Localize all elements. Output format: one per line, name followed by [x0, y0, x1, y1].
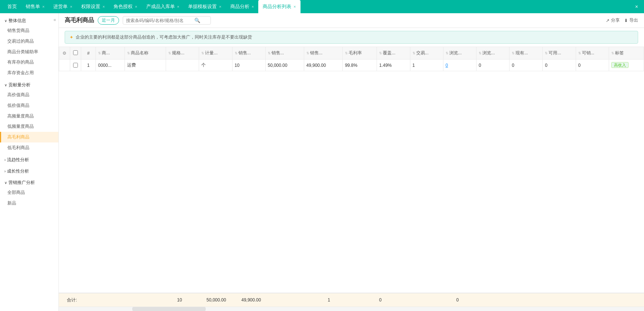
nav-tab-analysis-list[interactable]: 商品分析列表×: [258, 0, 300, 13]
sidebar-item-sales-goods[interactable]: 销售货商品: [0, 25, 58, 36]
data-table: ⚙#⇅商...⇅商品名称⇅规格...⇅计量...⇅销售...⇅销售...⇅销售.…: [59, 47, 644, 71]
select-all-checkbox[interactable]: [73, 50, 78, 55]
tab-close-sales[interactable]: ×: [42, 0, 44, 13]
filter-month-button[interactable]: 近一月: [98, 16, 119, 25]
tab-close-roles[interactable]: ×: [135, 0, 137, 13]
horizontal-scrollbar[interactable]: [59, 307, 644, 311]
sort-icon: ⇅: [379, 51, 382, 55]
footer-sellable: 0: [454, 297, 480, 303]
search-box: 🔍: [123, 16, 211, 25]
th-name[interactable]: ⇅商品名称: [125, 47, 166, 59]
tab-close-templates[interactable]: ×: [219, 0, 221, 13]
th-spec[interactable]: ⇅规格...: [166, 47, 199, 59]
sidebar-item-all-goods[interactable]: 全部商品: [0, 187, 58, 198]
sidebar-item-high-freq[interactable]: 高频量度商品: [0, 111, 58, 122]
sort-icon: ⇅: [413, 51, 415, 55]
th-cover[interactable]: ⇅覆盖...: [377, 47, 410, 59]
sidebar-item-inventory-capital[interactable]: 库存资金占用: [0, 68, 58, 78]
browse-link[interactable]: 0: [446, 63, 448, 68]
th-trade[interactable]: ⇅交易...: [410, 47, 443, 59]
nav-tab-templates[interactable]: 单据模板设置×: [184, 0, 226, 13]
sort-icon: ⇅: [235, 51, 238, 55]
sidebar-group-growth: › 成长性分析: [0, 165, 58, 176]
sidebar-item-high-profit[interactable]: 高毛利商品: [0, 132, 58, 142]
sort-icon: ⇅: [446, 51, 449, 55]
tab-close-products[interactable]: ×: [177, 0, 179, 13]
export-button[interactable]: ⬇ 导出: [624, 17, 638, 23]
nav-tab-roles[interactable]: 角色授权×: [109, 0, 141, 13]
sidebar-item-high-value[interactable]: 高价值商品: [0, 90, 58, 100]
tag-badge: 高收入: [611, 62, 629, 68]
row-cell-unit: 个: [199, 59, 232, 71]
arrow-icon: ∨: [4, 181, 7, 185]
nav-tab-sales[interactable]: 销售单×: [21, 0, 49, 13]
arrow-icon: ›: [4, 158, 6, 162]
nav-tab-analysis[interactable]: 商品分析×: [226, 0, 258, 13]
sidebar-group-title-financial[interactable]: ∨ 贡献量分析: [0, 79, 58, 90]
tab-close-analysis[interactable]: ×: [252, 0, 254, 13]
nav-tab-permissions[interactable]: 权限设置×: [77, 0, 109, 13]
content-area: 高毛利商品 近一月 🔍 ↗ 分享 ⬇ 导出 ✦ 企业的主要的利润都是这部分商品创…: [59, 13, 644, 311]
th-sellable[interactable]: ⇅可销...: [576, 47, 609, 59]
th-gross_rate[interactable]: ⇅毛利率: [342, 47, 377, 59]
row-check: [70, 59, 81, 71]
export-icon: ⬇: [624, 18, 628, 23]
sidebar-group-title-marketing[interactable]: ∨ 营销推广分析: [0, 177, 58, 187]
th-sales_profit[interactable]: ⇅销售...: [304, 47, 342, 59]
th-browse1[interactable]: ⇅浏览...: [443, 47, 476, 59]
th-browse2[interactable]: ⇅浏览...: [476, 47, 509, 59]
row-cell-sellable: 0: [576, 59, 609, 71]
sidebar-group-trend: › 流趋性分析: [0, 154, 58, 164]
nav-tab-home[interactable]: 首页: [3, 0, 21, 13]
th-code[interactable]: ⇅商...: [96, 47, 125, 59]
sidebar-item-analysis-assist[interactable]: 商品分类辅助率: [0, 47, 58, 57]
tab-close-purchase[interactable]: ×: [70, 0, 72, 13]
row-cell-available: 0: [543, 59, 576, 71]
sidebar-item-new-goods[interactable]: 新品: [0, 198, 58, 209]
th-gear[interactable]: ⚙: [59, 47, 70, 59]
settings-icon[interactable]: ⚙: [62, 51, 66, 56]
th-sales_qty[interactable]: ⇅销售...: [232, 47, 265, 59]
row-cell-current: 0: [510, 59, 543, 71]
sidebar-item-low-freq[interactable]: 低频量度商品: [0, 121, 58, 132]
footer-label: 合计:: [65, 297, 145, 303]
header-actions: ↗ 分享 ⬇ 导出: [606, 17, 638, 23]
th-check[interactable]: [70, 47, 81, 59]
sidebar-item-traded-goods[interactable]: 交易过的商品: [0, 36, 58, 47]
sort-icon: ⇅: [201, 51, 204, 55]
footer-sales-profit: 49,900.00: [239, 297, 274, 303]
info-icon: ✦: [69, 35, 73, 40]
nav-tab-purchase[interactable]: 进货单×: [49, 0, 76, 13]
tab-close-permissions[interactable]: ×: [102, 0, 105, 13]
sort-icon: ⇅: [578, 51, 581, 55]
close-all-button[interactable]: ×: [632, 4, 641, 10]
sidebar-item-low-value[interactable]: 低价值商品: [0, 100, 58, 111]
sidebar-item-low-profit[interactable]: 低毛利商品: [0, 142, 58, 153]
data-table-container: ⚙#⇅商...⇅商品名称⇅规格...⇅计量...⇅销售...⇅销售...⇅销售.…: [59, 47, 644, 293]
th-tag[interactable]: ⇅标签: [609, 47, 644, 59]
sidebar-item-inventory-goods[interactable]: 有库存的商品: [0, 57, 58, 68]
sort-icon: ⇅: [345, 51, 348, 55]
th-current[interactable]: ⇅现有...: [510, 47, 543, 59]
sidebar-group-title-growth[interactable]: › 成长性分析: [0, 165, 58, 176]
th-sales_amount[interactable]: ⇅销售...: [265, 47, 304, 59]
share-button[interactable]: ↗ 分享: [606, 17, 620, 23]
search-icon[interactable]: 🔍: [194, 18, 200, 23]
tab-close-analysis-list[interactable]: ×: [294, 0, 296, 13]
search-input[interactable]: [126, 18, 192, 23]
row-cell-gross_rate: 99.8%: [342, 59, 377, 71]
nav-tab-products[interactable]: 产成品入库单×: [142, 0, 184, 13]
sort-icon: ⇅: [168, 51, 171, 55]
sidebar-group-title-trend[interactable]: › 流趋性分析: [0, 154, 58, 164]
th-available[interactable]: ⇅可用...: [543, 47, 576, 59]
page-title: 高毛利商品: [65, 17, 94, 24]
top-navigation: 首页销售单×进货单×权限设置×角色授权×产成品入库单×单据模板设置×商品分析×商…: [0, 0, 644, 13]
row-checkbox[interactable]: [73, 63, 78, 68]
sidebar-group-title-overall[interactable]: ∨ 整体信息: [0, 15, 58, 25]
sidebar-collapse-button[interactable]: «: [51, 16, 58, 23]
sort-icon: ⇅: [512, 51, 515, 55]
row-cell-sales_amount: 50,000.00: [265, 59, 304, 71]
footer-browse2: 0: [377, 297, 403, 303]
th-num[interactable]: #: [81, 47, 96, 59]
th-unit[interactable]: ⇅计量...: [199, 47, 232, 59]
